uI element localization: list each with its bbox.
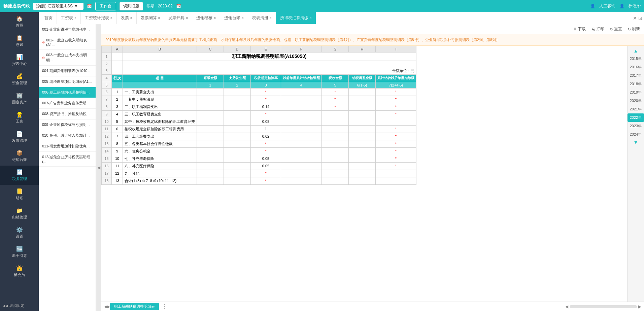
row-header-colf: 以前年度累计结转扣缴额 — [281, 74, 322, 82]
close-fapiao-tab[interactable]: × — [130, 16, 132, 20]
tab-expand[interactable]: ⊡ — [638, 15, 642, 21]
year-down-arrow[interactable]: ▼ — [633, 139, 639, 146]
left-item-005-label: 005-纳税调整项目明细表(A1... — [42, 79, 92, 84]
year-2015[interactable]: 2015年 — [628, 55, 644, 63]
sidebar-item-guide[interactable]: 🆕 新手引导 — [0, 242, 39, 262]
left-item-008[interactable]: 008-资产折旧、摊销及纳税... — [39, 109, 96, 119]
sidebar-item-ledger[interactable]: 📋 总账 — [0, 31, 39, 50]
tab-salary[interactable]: 工资表× — [57, 12, 81, 24]
col-c-header: C — [197, 46, 224, 52]
sidebar-item-assets[interactable]: 🏢 固定资产 — [0, 89, 39, 108]
row-sub-colh: 6(1-5) — [349, 82, 376, 88]
row-4-num: 4 — [102, 74, 112, 82]
close-jinxiao-ledger-tab[interactable]: × — [242, 16, 244, 20]
warning-bar: 2019年度涉及取以前年度结转数据的申报表单元格需要手工模拟正确，才能保证本年及… — [101, 34, 644, 46]
horiz-scroll-left[interactable]: ◀ — [565, 304, 568, 309]
sidebar-item-closing[interactable]: 📒 结账 — [0, 185, 39, 204]
year-2020[interactable]: 2020年 — [628, 97, 644, 105]
switch-button[interactable]: 切到旧版 — [120, 2, 143, 10]
reports-icon: 📊 — [16, 54, 23, 60]
scroll-right-icon[interactable]: ▶ — [107, 304, 110, 309]
tab-income-tax[interactable]: 所得税汇算清缴× — [276, 12, 316, 24]
sidebar-label-tax: 税务管理 — [12, 176, 27, 181]
year-2016[interactable]: 2016年 — [628, 63, 644, 71]
tab-fapiao-calc[interactable]: 发票测算× — [137, 12, 165, 24]
year-2019[interactable]: 2019年 — [628, 88, 644, 97]
left-item-006[interactable]: 006-职工薪酬纳税调整明细... — [39, 87, 96, 98]
year-2021[interactable]: 2021年 — [628, 105, 644, 113]
tab-fapiao[interactable]: 发票× — [117, 12, 137, 24]
tab-close-all[interactable]: ✕ — [633, 15, 637, 21]
sidebar-item-salary[interactable]: 👷 工资 — [0, 108, 39, 127]
workbench-button[interactable]: 工作台 — [95, 2, 116, 10]
reset-button[interactable]: ↺ 重置 — [610, 26, 622, 32]
left-item-003[interactable]: ⊘ 003-一般企业成本支出明细... — [39, 50, 96, 66]
tab-fapiao-calc-label: 发票测算 — [141, 15, 157, 21]
year-2017[interactable]: 2017年 — [628, 71, 644, 80]
tab-jinxiao-verify[interactable]: 进销稽核× — [192, 12, 220, 24]
refresh-button[interactable]: ↻ 刷新 — [628, 26, 640, 32]
cancel-pin-button[interactable]: ◀◀ 取消固定 — [0, 301, 39, 311]
sidebar-item-vip[interactable]: 👑 畅会员 — [0, 262, 39, 281]
cancel-pin-label: 取消固定 — [9, 303, 24, 308]
sidebar-item-settings[interactable]: ⚙️ 设置 — [0, 223, 39, 242]
year-2024[interactable]: 2024年 — [628, 130, 644, 139]
scroll-left-icon[interactable]: ◀ — [104, 304, 107, 309]
col-i-header: I — [376, 46, 416, 52]
sidebar-item-archive[interactable]: 📁 归档管理 — [0, 204, 39, 223]
left-item-004[interactable]: 004-期间费用明细表(A1040... — [39, 66, 96, 76]
sidebar-item-funds[interactable]: 💰 资金管理 — [0, 70, 39, 89]
close-tax-book-tab[interactable]: × — [270, 16, 272, 20]
sidebar-item-reports[interactable]: 📊 报表中心 — [0, 50, 39, 70]
tab-tax-book[interactable]: 税表清册× — [248, 12, 276, 24]
user-label[interactable]: 徐浥华 — [629, 3, 641, 9]
horiz-scroll-right[interactable]: ▶ — [638, 304, 641, 309]
period-calendar-icon: 📅 — [176, 4, 181, 8]
year-2023[interactable]: 2023年 — [628, 122, 644, 130]
sheet-options-icon[interactable]: ⋮ — [162, 303, 167, 310]
row-2-content — [123, 61, 416, 67]
sidebar-item-invoice[interactable]: 📄 发票管理 — [0, 127, 39, 146]
support-label[interactable]: 人工客询 — [599, 3, 615, 9]
col-e-header: E — [251, 46, 281, 52]
year-up-arrow[interactable]: ▲ — [633, 47, 639, 55]
close-fapiao-open-tab[interactable]: × — [186, 16, 188, 20]
company-selector[interactable]: (勿删) 江西般宝-LSS ▼ — [33, 3, 83, 10]
horizontal-scrollbar[interactable] — [570, 305, 637, 308]
row-header-cold: 支乃发生额 — [224, 74, 251, 82]
close-income-tax-tab[interactable]: × — [310, 16, 312, 20]
year-2022[interactable]: 2022年 — [628, 113, 644, 122]
left-item-011[interactable]: 011-研发费用加计扣除优惠... — [39, 141, 96, 152]
tab-jinxiao-ledger[interactable]: 进销台账× — [220, 12, 248, 24]
left-item-010[interactable]: 010-免税、减计收入及加计... — [39, 130, 96, 141]
left-item-007[interactable]: 007-广告费和业务宣传费明... — [39, 98, 96, 109]
tab-salary-report[interactable]: 工资统计报表× — [81, 12, 117, 24]
year-2018[interactable]: 2018年 — [628, 80, 644, 88]
row-1-num: 1 — [102, 52, 112, 61]
row-sub-colf: 4 — [281, 82, 322, 88]
close-jinxiao-verify-tab[interactable]: × — [214, 16, 216, 20]
left-item-004-label: 004-期间费用明细表(A1040... — [42, 68, 91, 73]
tab-fapiao-open[interactable]: 发票开具× — [164, 12, 192, 24]
print-button[interactable]: 🖨 打印 — [591, 26, 604, 32]
left-item-009[interactable]: 009-企业所得税弥补亏损明... — [39, 119, 96, 130]
table-row: 6 1 一、工资薪金支出 * * * — [102, 88, 416, 96]
left-item-001[interactable]: 001-企业所得税年度纳税申... — [39, 24, 96, 35]
table-row: 11 6 按税收规定全额扣除的职工培训费用 1 * — [102, 125, 416, 133]
left-item-012[interactable]: 012-减免企业所得税优惠明细(... — [39, 152, 96, 167]
close-fapiao-calc-tab[interactable]: × — [158, 16, 160, 20]
left-item-005[interactable]: 005-纳税调整项目明细表(A1... — [39, 76, 96, 87]
spreadsheet-table: A B C D E F G H I — [101, 46, 416, 185]
collapse-button[interactable]: ◀ — [96, 24, 101, 311]
sidebar-item-tax[interactable]: 🧾 税务管理 — [0, 166, 39, 185]
close-salary-tab[interactable]: × — [74, 16, 76, 20]
tab-home[interactable]: 首页 — [40, 12, 57, 24]
sheet-tab-main[interactable]: 职工薪酬纳税调整明细表 — [110, 303, 159, 310]
pin-icon: ◀◀ — [3, 304, 8, 308]
reset-icon: ↺ — [610, 27, 613, 32]
download-button[interactable]: ⬇ 下载 — [573, 26, 586, 32]
sidebar-item-home[interactable]: 🏠 首页 — [0, 12, 39, 31]
close-salary-report-tab[interactable]: × — [110, 16, 112, 20]
left-item-002[interactable]: ⊘ 002-一般企业收入明细表(A1... — [39, 35, 96, 50]
sidebar-item-stock[interactable]: 📦 进销台账 — [0, 146, 39, 166]
